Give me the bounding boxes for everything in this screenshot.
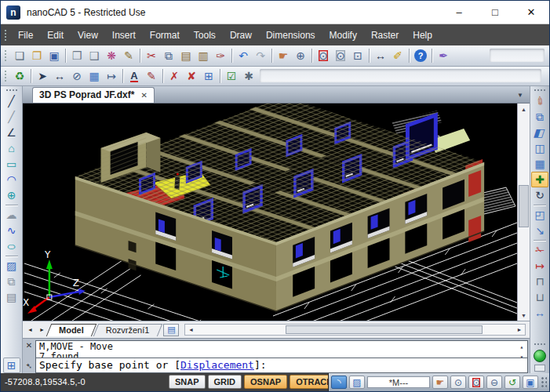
command-pin-icon[interactable]: ➴: [26, 362, 32, 370]
zoom-button[interactable]: ⊙: [450, 376, 466, 389]
xref-attach-icon[interactable]: ✗: [166, 68, 183, 85]
command-dock-button[interactable]: [534, 365, 545, 372]
erase-icon[interactable]: ✐: [531, 93, 548, 109]
command-dock-grip[interactable]: [534, 343, 546, 346]
zoom-extents-icon[interactable]: ⊡: [349, 48, 366, 64]
document-tab[interactable]: 3D PS Poprad JF.dxf* ✕: [32, 87, 155, 103]
trim-icon[interactable]: ✁: [531, 242, 548, 258]
rotate-icon[interactable]: ↻: [531, 187, 548, 203]
distance-icon[interactable]: ↔: [372, 48, 389, 64]
viewport-canvas[interactable]: Y X Z: [23, 103, 517, 321]
toolbar-grip[interactable]: [4, 49, 7, 62]
pan-button[interactable]: ☛: [432, 376, 448, 389]
block-icon[interactable]: ⧉: [3, 274, 20, 289]
standards-check-icon[interactable]: ☑: [223, 68, 240, 85]
layout-tab-prev-icon[interactable]: ◄: [24, 324, 36, 336]
save-file-icon[interactable]: ▣: [46, 48, 63, 64]
zoom-realtime-icon[interactable]: ⊕: [292, 48, 309, 64]
menu-dimensions[interactable]: Dimensions: [259, 27, 322, 44]
arc-mode-button[interactable]: ◝: [331, 376, 347, 389]
horizontal-scrollbar[interactable]: ◄ ►: [184, 324, 526, 336]
command-history[interactable]: M,MOVE - Move 7 found ▴ ▾: [35, 340, 528, 358]
zoom-object-icon[interactable]: ⊙: [332, 48, 349, 64]
lengthen-icon[interactable]: ↔: [531, 305, 548, 321]
plot-preview-icon[interactable]: ❑: [86, 48, 103, 64]
command-scroll-up-icon[interactable]: ▴: [520, 342, 524, 352]
hatch-icon[interactable]: ▨: [3, 258, 20, 274]
tab-model[interactable]: Model: [49, 324, 94, 336]
modify-toolbar-grip[interactable]: [534, 89, 546, 92]
scroll-left-icon[interactable]: ◄: [185, 327, 196, 332]
tab-layout1[interactable]: Rozvržení1: [96, 324, 160, 336]
zoom-out-button[interactable]: ⊖: [486, 376, 502, 389]
settings-gear-icon[interactable]: ✱: [240, 68, 257, 85]
array-icon[interactable]: ▦: [531, 156, 548, 172]
menu-draw[interactable]: Draw: [223, 27, 259, 44]
paste-icon[interactable]: ▤: [177, 48, 195, 64]
break-at-point-icon[interactable]: ⊔: [531, 289, 548, 305]
menu-tools[interactable]: Tools: [187, 27, 223, 44]
xref-edit-icon[interactable]: ✘: [183, 68, 200, 85]
menu-format[interactable]: Format: [143, 27, 187, 44]
format-painter-icon[interactable]: ✑: [212, 48, 229, 64]
menu-modify[interactable]: Modify: [322, 27, 364, 44]
draw-toolbar-grip[interactable]: [5, 89, 18, 92]
publish-icon[interactable]: ❋: [103, 48, 120, 64]
polyline-icon[interactable]: ∠: [3, 125, 20, 140]
command-status-icon[interactable]: [534, 350, 546, 362]
displacement-option-link[interactable]: Displacement: [180, 359, 254, 371]
mirror-icon[interactable]: ◧: [531, 125, 548, 140]
plot-icon[interactable]: ❒: [68, 48, 86, 64]
spline-icon[interactable]: ∿: [3, 223, 20, 238]
redo-icon[interactable]: ↷: [252, 48, 269, 64]
scroll-down-icon[interactable]: ▼: [518, 310, 530, 321]
copy-object-icon[interactable]: ⧉: [531, 109, 548, 125]
maximize-button[interactable]: □: [477, 1, 513, 24]
cut-icon[interactable]: ✂: [143, 48, 160, 64]
fullscreen-button[interactable]: ▣: [523, 376, 538, 389]
zoom-window-icon[interactable]: ⊙: [315, 48, 332, 64]
break-icon[interactable]: ⊓: [531, 274, 548, 289]
line-icon[interactable]: ╱: [3, 93, 20, 109]
command-scroll-down-icon[interactable]: ▾: [520, 352, 524, 358]
construction-line-icon[interactable]: ╱: [3, 109, 20, 125]
layouts-manager-icon[interactable]: ▤: [163, 324, 179, 336]
polygon-icon[interactable]: ⌂: [3, 140, 20, 156]
copy-properties-icon[interactable]: ♻: [11, 68, 28, 85]
menu-raster[interactable]: Raster: [364, 27, 406, 44]
menu-view[interactable]: View: [71, 27, 105, 44]
tab-list-dropdown-icon[interactable]: ▼: [517, 92, 523, 103]
osnap-toggle[interactable]: OSNAP: [244, 375, 287, 389]
circle-icon[interactable]: ⊕: [3, 187, 20, 203]
toolbar-grip-2[interactable]: [4, 70, 7, 82]
menu-insert[interactable]: Insert: [105, 27, 143, 44]
ellipse-icon[interactable]: ○: [3, 238, 20, 254]
menubar-grip[interactable]: [4, 29, 7, 42]
export-icon[interactable]: ✎: [120, 48, 137, 64]
grid-toggle[interactable]: GRID: [208, 375, 242, 389]
align-icon[interactable]: ↦: [103, 68, 120, 85]
dimension-icon[interactable]: ↔: [51, 68, 68, 85]
menu-help[interactable]: Help: [406, 27, 439, 44]
scroll-up-icon[interactable]: ▲: [518, 103, 530, 114]
new-file-icon[interactable]: ❏: [11, 48, 28, 64]
table-icon[interactable]: ▦: [86, 68, 103, 85]
tab-close-icon[interactable]: ✕: [140, 91, 147, 100]
regen-button[interactable]: ↺: [504, 376, 520, 389]
scroll-right-icon[interactable]: ►: [514, 327, 525, 332]
close-button[interactable]: ✕: [513, 1, 549, 24]
move-icon[interactable]: ✚: [531, 172, 548, 187]
sheet-set-icon[interactable]: ⊞: [200, 68, 217, 85]
edit-text-icon[interactable]: ✎: [143, 68, 160, 85]
toolbar-options-icon[interactable]: ⊞: [3, 358, 20, 373]
rectangle-icon[interactable]: ▭: [3, 156, 20, 172]
building-model[interactable]: [75, 103, 484, 311]
hatch-mode-button[interactable]: ▨: [349, 376, 365, 389]
undo-icon[interactable]: ↶: [235, 48, 252, 64]
text-style-icon[interactable]: A: [126, 68, 143, 85]
paste-special-icon[interactable]: ▥: [195, 48, 212, 64]
snap-toggle[interactable]: SNAP: [169, 375, 206, 389]
hscroll-thumb[interactable]: [286, 325, 483, 334]
pan-icon[interactable]: ☛: [275, 48, 292, 64]
quick-measure-icon[interactable]: ✐: [389, 48, 406, 64]
